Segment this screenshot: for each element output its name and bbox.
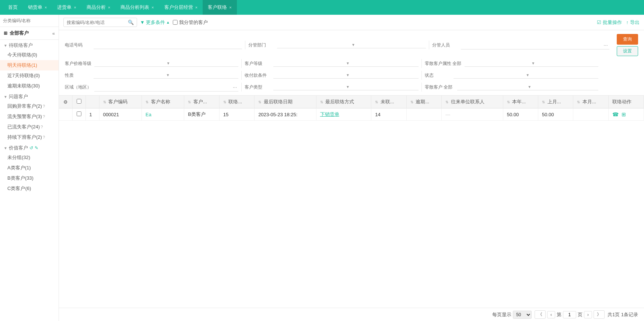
col-last-month[interactable]: ⇅ 上月... xyxy=(538,96,573,108)
sidebar-item-c-class[interactable]: C类客户(6) xyxy=(0,183,59,194)
first-page-button[interactable]: 《 xyxy=(535,310,546,319)
col-contact-person[interactable]: ⇅ 往来单位联系人 xyxy=(441,96,503,108)
sort-uncontact-icon: ⇅ xyxy=(375,100,378,104)
row-name[interactable]: Ea xyxy=(142,108,184,121)
nav-customer-contact[interactable]: 客户联络 × xyxy=(203,0,237,15)
divider-7 xyxy=(241,83,242,92)
search-box-icon[interactable]: 🔍 xyxy=(128,20,134,25)
next-page-button[interactable]: › xyxy=(584,311,592,318)
row-contact-count: 15 xyxy=(219,108,254,121)
phone-action-icon[interactable]: ☎ xyxy=(612,111,619,117)
nav-sales-order[interactable]: 销货单 × xyxy=(23,0,52,15)
col-last-contact-date[interactable]: ⇅ 最后联络日期 xyxy=(255,96,316,108)
col-name[interactable]: ⇅ 客户名称 xyxy=(142,96,184,108)
status-select[interactable]: ▼ xyxy=(454,72,598,79)
nav-product-analysis[interactable]: 商品分析 × xyxy=(81,0,115,15)
grid-action-icon[interactable]: ⊞ xyxy=(622,111,626,117)
sidebar-item-7day-contact[interactable]: 近7天待联络(0) xyxy=(0,70,59,81)
col-gear[interactable]: ⚙ xyxy=(59,96,72,108)
sidebar-search-input[interactable] xyxy=(3,18,58,23)
sidebar-item-churn-warning[interactable]: 流失预警客户(3) ? xyxy=(0,111,59,122)
close-product-analysis-list-icon[interactable]: × xyxy=(151,5,154,10)
row-checkbox[interactable] xyxy=(77,111,81,116)
my-customers-checkbox[interactable] xyxy=(173,20,178,25)
refresh-icon[interactable]: ↺ xyxy=(29,145,33,151)
col-code[interactable]: ⇅ 客户编码 xyxy=(99,96,141,108)
export-button[interactable]: ↑ 导出 xyxy=(626,19,640,26)
nature-select[interactable]: ▼ xyxy=(94,72,238,79)
more-filter-button[interactable]: ▼ 更多条件 ▲ xyxy=(140,19,170,26)
filter-region: 区域（地区） ··· xyxy=(65,83,238,92)
price-level-chevron-icon: ▼ xyxy=(167,61,237,65)
sidebar-item-repurchase-anomaly[interactable]: 回购异常客户(2) ? xyxy=(0,101,59,111)
customer-type-chevron-icon: ▼ xyxy=(346,85,417,89)
dept-select[interactable]: ▼ xyxy=(277,42,426,48)
col-contact-count[interactable]: ⇅ 联络... xyxy=(219,96,254,108)
select-all-checkbox[interactable] xyxy=(77,99,81,104)
batch-op-button[interactable]: ☑ 批量操作 xyxy=(597,19,622,26)
sidebar-item-ungrouped[interactable]: 未分组(32) xyxy=(0,152,59,163)
filter-row-3: 性质 ▼ 收付款条件 ▼ 状态 xyxy=(65,71,638,80)
close-purchase-order-icon[interactable]: × xyxy=(74,5,76,10)
last-page-button[interactable]: 》 xyxy=(594,310,605,319)
col-last-contact-method[interactable]: ⇅ 最后联络方式 xyxy=(316,96,371,108)
page-number-input[interactable] xyxy=(563,311,576,318)
filter-status: 状态 ▼ xyxy=(425,72,598,79)
sidebar-item-declining[interactable]: 持续下滑客户(2) ? xyxy=(0,132,59,142)
filter-manager: 分管人员 ··· xyxy=(432,41,609,49)
col-uncontact[interactable]: ⇅ 未联... xyxy=(371,96,406,108)
close-customer-seg-icon[interactable]: × xyxy=(195,5,197,10)
filter-phone: 电话号码 xyxy=(65,41,242,49)
collapse-icon[interactable]: « xyxy=(52,31,55,36)
filter-row-1: 电话号码 分管部门 ▼ 分管人员 ··· xyxy=(65,34,638,56)
manager-input[interactable]: ··· xyxy=(461,41,609,49)
customer-level-select[interactable]: ▼ xyxy=(273,60,418,67)
filter-retail-attr: 零散客户属性 全部 ▼ xyxy=(425,60,598,67)
customer-type-select[interactable]: ▼ xyxy=(273,84,418,90)
close-sales-order-icon[interactable]: × xyxy=(45,5,47,10)
contact-method-link[interactable]: 下销货单 xyxy=(320,111,339,117)
sidebar-item-churned[interactable]: 已流失客户(24) ? xyxy=(0,122,59,132)
status-label: 状态 xyxy=(425,72,451,79)
divider-4 xyxy=(421,59,422,68)
price-level-select[interactable]: ▼ xyxy=(94,60,238,67)
region-input[interactable]: ··· xyxy=(94,83,238,92)
row-last-contact-method[interactable]: 下销货单 xyxy=(316,108,371,121)
sidebar-item-b-class[interactable]: B类客户(33) xyxy=(0,173,59,183)
payment-terms-select[interactable]: ▼ xyxy=(273,72,418,79)
sidebar-item-tomorrow-contact[interactable]: 明天待联络(1) xyxy=(0,60,59,70)
col-overdue[interactable]: ⇅ 逾期... xyxy=(406,96,441,108)
filter-toolbar: 🔍 ▼ 更多条件 ▲ 我分管的客户 ☑ 批量操作 ↑ 导出 xyxy=(59,15,644,30)
sidebar-item-a-class[interactable]: A类客户(1) xyxy=(0,163,59,173)
nav-customer-segmentation[interactable]: 客户分层经营 × xyxy=(159,0,203,15)
sidebar-item-today-contact[interactable]: 今天待联络(0) xyxy=(0,50,59,60)
prev-page-button[interactable]: ‹ xyxy=(547,311,555,318)
nav-home[interactable]: 首页 xyxy=(3,0,23,15)
nav-product-analysis-list[interactable]: 商品分析列表 × xyxy=(115,0,159,15)
edit-icon[interactable]: ✎ xyxy=(35,145,38,151)
retail-customer-select[interactable]: ▼ xyxy=(457,84,598,90)
help-icon-1: ? xyxy=(43,104,45,108)
sort-year-icon: ⇅ xyxy=(507,100,510,104)
settings-button[interactable]: 设置 xyxy=(617,46,638,56)
close-customer-contact-icon[interactable]: × xyxy=(229,5,231,10)
col-type[interactable]: ⇅ 客户... xyxy=(184,96,219,108)
retail-attr-select[interactable]: ▼ xyxy=(465,60,598,67)
page-size-select[interactable]: 50 100 200 xyxy=(513,311,532,319)
phone-input[interactable] xyxy=(94,41,242,49)
sidebar-item-overdue-contact[interactable]: 逾期未联络(30) xyxy=(0,81,59,91)
search-input[interactable] xyxy=(67,20,128,25)
col-this-month[interactable]: ⇅ 本月... xyxy=(573,96,608,108)
my-customers-checkbox-label[interactable]: 我分管的客户 xyxy=(173,19,208,26)
customer-type-label: 客户类型 xyxy=(245,84,270,90)
query-button[interactable]: 查询 xyxy=(617,34,638,45)
customer-name-link[interactable]: Ea xyxy=(146,112,151,117)
close-product-analysis-icon[interactable]: × xyxy=(108,5,110,10)
price-level-label: 客户价格等级 xyxy=(65,61,91,67)
nav-purchase-order[interactable]: 进货单 × xyxy=(52,0,81,15)
col-this-year[interactable]: ⇅ 本年... xyxy=(503,96,538,108)
col-check[interactable] xyxy=(72,96,85,108)
sidebar: 🔍 ⊞ 全部客户 « ▼ 待联络客户 今天待联络(0) 明天待联络(1) 近7天… xyxy=(0,15,59,321)
sidebar-all-customers[interactable]: ⊞ 全部客户 « xyxy=(0,27,59,40)
row-check[interactable] xyxy=(72,108,85,121)
